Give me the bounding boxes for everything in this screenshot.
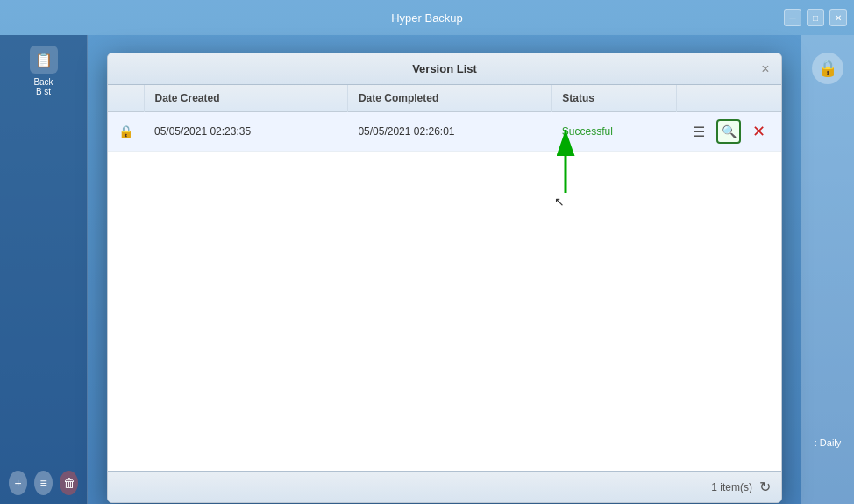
item-count-label: 1 item(s) [711, 481, 752, 493]
list-icon: ☰ [693, 124, 705, 140]
list-view-button[interactable]: ☰ [687, 119, 711, 144]
app-close-button[interactable]: ✕ [829, 9, 847, 26]
sidebar-item-label: BackB st [33, 77, 53, 96]
modal-overlay: Version List × Date Created Date Complet… [88, 35, 801, 504]
right-panel: 🔒 : Daily [801, 35, 854, 504]
sidebar-bottom-controls: + ≡ 🗑 [0, 462, 87, 504]
lock-icon: 🔒 [118, 124, 133, 138]
add-button[interactable]: + [9, 471, 27, 495]
col-actions [676, 85, 781, 112]
action-icons: ☰ 🔍 ✕ [687, 119, 771, 144]
sidebar-item-backup[interactable]: 📋 BackB st [0, 35, 87, 107]
delete-version-button[interactable]: ✕ [746, 119, 771, 144]
minimize-button[interactable]: ─ [784, 9, 801, 26]
schedule-label: : Daily [801, 434, 854, 451]
modal-close-button[interactable]: × [757, 60, 774, 78]
row-date-completed: 05/05/2021 02:26:01 [347, 112, 551, 152]
version-table-container: Date Created Date Completed Status 🔒 05/… [108, 85, 781, 471]
col-date-created: Date Created [144, 85, 347, 112]
version-list-modal: Version List × Date Created Date Complet… [107, 53, 782, 503]
row-date-created: 05/05/2021 02:23:35 [144, 112, 347, 152]
row-lock-icon: 🔒 [108, 112, 144, 152]
browse-button[interactable]: 🔍 [716, 119, 741, 144]
col-date-completed: Date Completed [347, 85, 551, 112]
col-lock [108, 85, 144, 112]
delete-sidebar-button[interactable]: 🗑 [60, 471, 78, 495]
modal-title: Version List [412, 62, 477, 75]
delete-icon: ✕ [752, 122, 765, 141]
lock-panel-icon: 🔒 [812, 53, 843, 84]
row-actions: ☰ 🔍 ✕ [676, 112, 781, 152]
restore-button[interactable]: □ [807, 9, 824, 26]
app-title: Hyper Backup [391, 11, 463, 25]
table-row: 🔒 05/05/2021 02:23:35 05/05/2021 02:26:0… [108, 112, 781, 152]
app-titlebar: Hyper Backup ─ □ ✕ [0, 0, 854, 35]
col-status: Status [552, 85, 676, 112]
row-status: Successful [552, 112, 676, 152]
menu-button[interactable]: ≡ [34, 471, 53, 495]
modal-footer: 1 item(s) ↻ [108, 471, 781, 502]
sidebar: 📋 BackB st + ≡ 🗑 [0, 35, 88, 504]
search-icon: 🔍 [722, 124, 737, 138]
refresh-button[interactable]: ↻ [759, 479, 771, 495]
app-titlebar-controls: ─ □ ✕ [784, 9, 847, 26]
modal-titlebar: Version List × [108, 53, 781, 85]
backup-icon: 📋 [30, 46, 58, 74]
version-table: Date Created Date Completed Status 🔒 05/… [108, 85, 781, 152]
table-header-row: Date Created Date Completed Status [108, 85, 781, 112]
